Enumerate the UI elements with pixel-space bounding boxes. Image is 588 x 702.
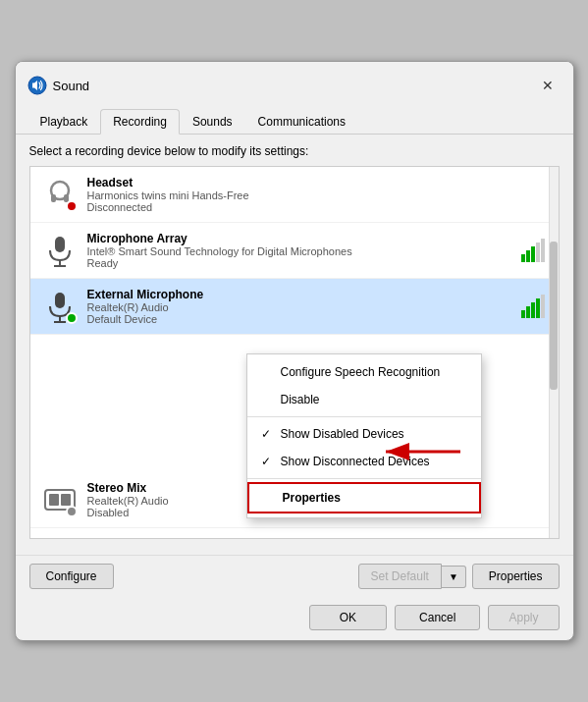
device-info-external-mic: External Microphone Realtek(R) Audio Def… — [80, 288, 521, 325]
tab-recording[interactable]: Recording — [100, 109, 180, 135]
set-default-group: Set Default ▼ — [358, 564, 466, 589]
device-icon-headset — [40, 175, 80, 214]
bar4 — [536, 243, 540, 262]
bar1 — [521, 254, 525, 262]
device-icon-mic-array — [40, 231, 80, 270]
device-info-headset: Headset Harmonics twins mini Hands-Free … — [80, 176, 549, 213]
ok-button[interactable]: OK — [309, 605, 387, 630]
apply-button[interactable]: Apply — [488, 605, 559, 630]
context-configure-speech[interactable]: Configure Speech Recognition — [247, 358, 481, 386]
configure-button[interactable]: Configure — [29, 564, 114, 589]
svg-rect-14 — [61, 494, 71, 506]
dialog-buttons: OK Cancel Apply — [16, 599, 573, 640]
properties-button[interactable]: Properties — [472, 564, 560, 589]
device-desc-headset: Harmonics twins mini Hands-Free — [87, 189, 549, 201]
svg-rect-4 — [55, 237, 65, 252]
set-default-dropdown[interactable]: ▼ — [442, 566, 466, 588]
svg-rect-7 — [55, 293, 65, 308]
device-item-microphone[interactable]: Microphone Rockerz 330 Hands-Free Discon… — [30, 528, 559, 538]
bar1 — [521, 310, 525, 318]
cancel-button[interactable]: Cancel — [395, 605, 480, 630]
title-bar: Sound ✕ — [16, 62, 573, 99]
svg-rect-2 — [51, 194, 56, 202]
context-sep-2 — [247, 478, 481, 479]
status-dot-headset — [66, 200, 78, 212]
level-bars-mic-array — [521, 239, 545, 262]
context-label-show-disconnected: Show Disconnected Devices — [281, 455, 430, 468]
context-show-disconnected[interactable]: ✓ Show Disconnected Devices — [247, 448, 481, 475]
tabs-bar: Playback Recording Sounds Communications — [16, 103, 573, 135]
svg-rect-13 — [49, 494, 59, 506]
close-button[interactable]: ✕ — [534, 72, 561, 99]
device-item-external-mic[interactable]: External Microphone Realtek(R) Audio Def… — [30, 279, 559, 335]
device-info-mic-array: Microphone Array Intel® Smart Sound Tech… — [80, 232, 521, 269]
status-dot-ext-mic — [66, 312, 78, 324]
device-status-mic-array: Ready — [87, 257, 521, 269]
device-icon-external-mic — [40, 287, 80, 326]
context-label-disable: Disable — [281, 393, 320, 406]
sound-icon — [27, 76, 47, 95]
device-info-microphone: Microphone Rockerz 330 Hands-Free Discon… — [80, 537, 549, 538]
set-default-button[interactable]: Set Default — [358, 564, 442, 589]
bar4 — [536, 298, 540, 318]
tab-playback[interactable]: Playback — [27, 109, 101, 134]
context-menu: Configure Speech Recognition Disable ✓ S… — [246, 353, 482, 518]
mic-array-icon — [42, 233, 78, 268]
scrollbar-track — [549, 167, 559, 538]
tab-sounds[interactable]: Sounds — [180, 109, 245, 134]
context-show-disabled[interactable]: ✓ Show Disabled Devices — [247, 420, 481, 448]
bottom-bar: Configure Set Default ▼ Properties — [16, 555, 573, 599]
device-status-headset: Disconnected — [87, 201, 549, 213]
level-bars-ext-mic — [521, 295, 545, 318]
context-disable[interactable]: Disable — [247, 386, 481, 413]
check-show-disconnected: ✓ — [261, 455, 275, 468]
scrollbar-thumb[interactable] — [550, 242, 558, 390]
tab-content: Select a recording device below to modif… — [16, 135, 573, 549]
device-status-external-mic: Default Device — [87, 313, 521, 325]
device-item-headset[interactable]: Headset Harmonics twins mini Hands-Free … — [30, 167, 559, 223]
device-list-container: Headset Harmonics twins mini Hands-Free … — [29, 166, 560, 539]
context-label-properties: Properties — [283, 491, 341, 505]
device-desc-mic-array: Intel® Smart Sound Technology for Digita… — [87, 245, 521, 257]
bar5 — [541, 239, 545, 262]
right-buttons: Set Default ▼ Properties — [358, 564, 560, 589]
bar3 — [531, 246, 535, 262]
tab-communications[interactable]: Communications — [245, 109, 358, 134]
window-title: Sound — [53, 79, 90, 93]
instructions-text: Select a recording device below to modif… — [29, 144, 560, 158]
device-icon-stereo-mix — [40, 480, 80, 519]
device-list[interactable]: Headset Harmonics twins mini Hands-Free … — [30, 167, 559, 538]
bar2 — [526, 306, 530, 318]
context-properties[interactable]: Properties — [247, 482, 481, 513]
device-icon-microphone — [40, 536, 80, 538]
device-name-mic-array: Microphone Array — [87, 232, 521, 245]
context-label-show-disabled: Show Disabled Devices — [281, 427, 404, 441]
device-name-microphone: Microphone — [87, 537, 549, 538]
device-name-headset: Headset — [87, 176, 549, 189]
status-dot-stereo — [66, 506, 78, 517]
title-left: Sound — [27, 76, 90, 95]
device-name-external-mic: External Microphone — [87, 288, 521, 301]
device-item-mic-array[interactable]: Microphone Array Intel® Smart Sound Tech… — [30, 223, 559, 279]
device-desc-external-mic: Realtek(R) Audio — [87, 301, 521, 313]
bar5 — [541, 295, 545, 318]
bar3 — [531, 302, 535, 318]
check-show-disabled: ✓ — [261, 427, 275, 441]
sound-dialog: Sound ✕ Playback Recording Sounds Commun… — [15, 61, 574, 641]
bar2 — [526, 250, 530, 262]
context-label-configure: Configure Speech Recognition — [281, 365, 441, 379]
context-sep-1 — [247, 416, 481, 417]
